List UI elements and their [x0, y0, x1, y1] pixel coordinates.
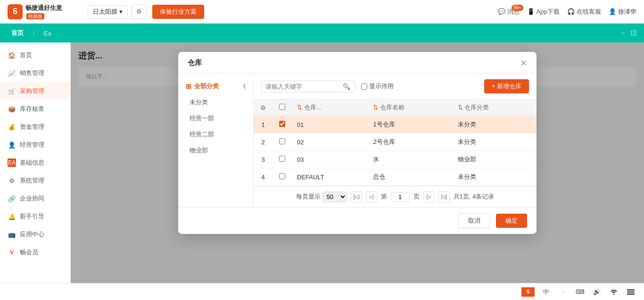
sidebar-item-sales[interactable]: 📈 销售管理 — [0, 64, 70, 82]
table-settings-icon[interactable]: ⚙ — [260, 104, 266, 111]
category-uncategorized[interactable]: 未分类 — [178, 94, 253, 110]
network-icon[interactable] — [608, 286, 619, 298]
sidebar-item-finance[interactable]: 💰 资金管理 — [0, 118, 70, 136]
row-checkbox[interactable] — [272, 168, 291, 186]
home-icon: 🏠 — [8, 51, 16, 59]
row-checkbox[interactable] — [272, 133, 291, 151]
warehouse-table: ⚙ ⇅ 仓库... — [254, 100, 537, 186]
chevron-down-icon: ▾ — [119, 8, 123, 15]
sidebar-item-basic-info[interactable]: EA 基础信息 — [0, 154, 70, 172]
online-service[interactable]: 🎧 在线客服 — [567, 8, 601, 16]
search-wrap: 🔍 — [261, 81, 355, 92]
chinese-input-icon[interactable]: 中 — [540, 286, 552, 298]
period-icon[interactable]: · — [557, 286, 569, 298]
svg-point-0 — [613, 293, 615, 295]
row-actions-icon[interactable]: ··· — [526, 120, 531, 127]
table-row[interactable]: 3 03 水 物业部 — [254, 151, 537, 168]
sidebar-label-apps: 应用中心 — [20, 230, 44, 239]
subnav-home[interactable]: 首页 — [8, 29, 27, 37]
sidebar-item-inventory[interactable]: 📦 库存核查 — [0, 100, 70, 118]
row-name: 2号仓库 — [367, 133, 452, 151]
svg-rect-2 — [627, 291, 635, 292]
row-name: 水 — [367, 151, 452, 168]
page-size-select: 每页显示 50 100 200 — [296, 192, 347, 202]
sougou-icon[interactable]: S — [521, 287, 535, 297]
sidebar-item-purchase[interactable]: 🛒 采购管理 — [0, 82, 70, 100]
category-all[interactable]: ⊞ 全部分类 《 — [178, 78, 253, 94]
confirm-button[interactable]: 确定 — [496, 214, 527, 228]
collapse-icon[interactable]: 《 — [240, 83, 246, 91]
sidebar-item-members[interactable]: V 畅会员 — [0, 243, 70, 261]
row-checkbox[interactable] — [272, 116, 291, 133]
subnav-ea[interactable]: Ea — [40, 30, 55, 37]
last-page-button[interactable]: ▷| — [438, 191, 450, 202]
speaker-bottom-icon[interactable]: 🔊 — [591, 286, 603, 298]
select-all-checkbox[interactable] — [279, 104, 285, 110]
category-ops2[interactable]: 经营二部 — [178, 126, 253, 142]
cancel-button[interactable]: 取消 — [458, 213, 490, 228]
brand-name: 畅捷通好生意 精易版 — [25, 4, 62, 20]
store-name: 日太阳膜 — [93, 8, 117, 16]
sidebar-item-guide[interactable]: 🔔 新手引导 — [0, 208, 70, 225]
pagination: 每页显示 50 100 200 |◁ ◁ 第 页 — [254, 186, 537, 207]
col-code: ⇅ 仓库... — [291, 100, 367, 116]
add-warehouse-button[interactable]: + 新增仓库 — [484, 79, 529, 93]
user-menu[interactable]: 👤 徐泽华 — [609, 8, 636, 16]
sidebar-item-system[interactable]: ⚙ 系统管理 — [0, 172, 70, 190]
category-ops1[interactable]: 经营一部 — [178, 110, 253, 126]
first-page-button[interactable]: |◁ — [351, 191, 362, 202]
table-row[interactable]: 4 DEFAULT 总仓 未分类 — [254, 168, 537, 186]
show-disabled-text: 显示停用 — [369, 82, 394, 91]
show-disabled-checkbox[interactable] — [361, 83, 367, 90]
keyboard-icon[interactable]: ⌨ — [574, 286, 586, 298]
category-panel: ⊞ 全部分类 《 未分类 经营一部 经营二部 物业部 — [178, 74, 254, 207]
maximize-button[interactable]: ⊡ — [630, 28, 636, 38]
trial-button[interactable]: 体验行业方案 — [152, 5, 204, 19]
sidebar-item-apps[interactable]: 📺 应用中心 — [0, 225, 70, 243]
sidebar: 🏠 首页 📈 销售管理 🛒 采购管理 📦 库存核查 💰 资金管理 👤 经营管理 … — [0, 42, 71, 300]
next-page-button[interactable]: ▷ — [423, 191, 435, 202]
row-code: 02 — [291, 133, 367, 151]
search-icon: 🔍 — [343, 83, 350, 90]
sort-icon: ⇅ — [297, 104, 302, 111]
settings-button[interactable]: ⚙ — [132, 4, 147, 19]
message-notification[interactable]: 💬 消息 99+ — [498, 8, 520, 16]
inventory-icon: 📦 — [8, 105, 16, 113]
sales-icon: 📈 — [8, 69, 16, 77]
taskbar-icon[interactable] — [625, 286, 636, 298]
sidebar-label-guide: 新手引导 — [20, 212, 44, 221]
modal-backdrop: 仓库 ✕ ⊞ 全部分类 《 未分类 经营一部 经营二部 — [71, 42, 644, 300]
search-input[interactable] — [265, 83, 341, 90]
prev-page-button[interactable]: ◁ — [366, 191, 377, 202]
col-name: ⇅ 仓库名称 — [367, 100, 452, 116]
warehouse-modal: 仓库 ✕ ⊞ 全部分类 《 未分类 经营一部 经营二部 — [178, 52, 537, 234]
sidebar-item-enterprise[interactable]: 🔗 企业协同 — [0, 190, 70, 208]
enterprise-icon: 🔗 — [8, 194, 16, 203]
sidebar-label-finance: 资金管理 — [20, 123, 44, 131]
purchase-icon: 🛒 — [8, 87, 16, 95]
row-code: DEFAULT — [291, 168, 367, 186]
operations-icon: 👤 — [8, 141, 16, 149]
col-settings: ⚙ — [254, 100, 272, 116]
show-disabled-label[interactable]: 显示停用 — [361, 82, 394, 91]
store-selector[interactable]: 日太阳膜 ▾ — [88, 5, 128, 18]
row-no: 4 — [254, 168, 272, 186]
row-checkbox[interactable] — [272, 151, 291, 168]
sidebar-item-operations[interactable]: 👤 经营管理 — [0, 136, 70, 154]
page-size-dropdown[interactable]: 50 100 200 — [322, 192, 347, 202]
page-label: 第 — [381, 192, 387, 201]
app-download[interactable]: 📱 App下载 — [527, 8, 560, 16]
table-row[interactable]: 2 02 2号仓库 未分类 — [254, 133, 537, 151]
table-row[interactable]: 1 01 1号仓库 未分类··· — [254, 116, 537, 133]
sidebar-item-home[interactable]: 🏠 首页 — [0, 46, 70, 64]
minimize-button[interactable]: － — [619, 28, 627, 38]
category-property[interactable]: 物业部 — [178, 142, 253, 158]
page-number-input[interactable] — [391, 192, 410, 202]
brand-icon: 6 — [8, 4, 23, 19]
modal-close-button[interactable]: ✕ — [520, 59, 527, 67]
sidebar-label-system: 系统管理 — [20, 176, 44, 185]
row-code: 03 — [291, 151, 367, 168]
modal-footer: 取消 确定 — [178, 207, 537, 234]
sidebar-label-members: 畅会员 — [20, 248, 38, 257]
header-right: 💬 消息 99+ 📱 App下载 🎧 在线客服 👤 徐泽华 — [498, 8, 636, 16]
